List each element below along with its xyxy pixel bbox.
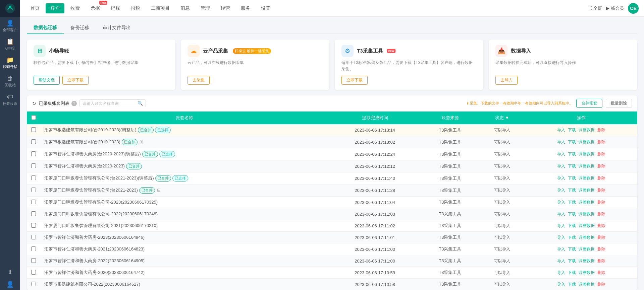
- action-调整数据[interactable]: 调整数据: [579, 188, 595, 193]
- merge-btn[interactable]: 合并账套: [576, 99, 602, 108]
- action-导入[interactable]: 导入: [557, 140, 565, 144]
- action-导入[interactable]: 导入: [557, 212, 565, 216]
- action-调整数据[interactable]: 调整数据: [579, 282, 595, 287]
- sidebar-item-account-migration[interactable]: 📁 账套迁移: [0, 54, 20, 72]
- nav-bookkeeping[interactable]: 记账: [106, 3, 125, 13]
- action-下载[interactable]: 下载: [568, 223, 576, 228]
- action-调整数据[interactable]: 调整数据: [579, 270, 595, 275]
- help-doc-button[interactable]: 帮助文档: [34, 76, 60, 85]
- row-checkbox[interactable]: [31, 246, 36, 251]
- action-导入[interactable]: 导入: [557, 176, 565, 180]
- row-extra-icon[interactable]: ⊞: [140, 139, 143, 144]
- tab-audit-export[interactable]: 审计文件导出: [96, 22, 138, 34]
- action-导入[interactable]: 导入: [557, 200, 565, 205]
- member-btn[interactable]: ▶ 畅会员: [606, 5, 624, 11]
- row-checkbox[interactable]: [31, 151, 36, 156]
- nav-tax[interactable]: 报税: [126, 3, 145, 13]
- action-删除[interactable]: 删除: [597, 152, 605, 156]
- action-导入[interactable]: 导入: [557, 128, 565, 132]
- info-icon[interactable]: ?: [71, 101, 77, 106]
- action-调整数据[interactable]: 调整数据: [579, 247, 595, 251]
- fullscreen-btn[interactable]: ⛶ 全屏: [588, 5, 602, 11]
- row-checkbox[interactable]: [31, 175, 36, 180]
- select-all-checkbox[interactable]: [31, 115, 36, 120]
- action-调整数据[interactable]: 调整数据: [579, 235, 595, 240]
- nav-clients[interactable]: 客户: [46, 3, 64, 13]
- search-input[interactable]: [83, 101, 136, 106]
- sidebar-item-recycle[interactable]: 🗑 回收站: [0, 72, 20, 90]
- nav-settings[interactable]: 设置: [256, 3, 275, 13]
- action-调整数据[interactable]: 调整数据: [579, 223, 595, 228]
- row-checkbox[interactable]: [31, 223, 36, 228]
- nav-services[interactable]: 服务: [236, 3, 255, 13]
- action-删除[interactable]: 删除: [597, 176, 605, 180]
- nav-operations[interactable]: 经营: [216, 3, 235, 13]
- action-删除[interactable]: 删除: [597, 235, 605, 240]
- row-checkbox[interactable]: [31, 127, 36, 132]
- action-下载[interactable]: 下载: [568, 140, 576, 144]
- go-collect-button[interactable]: 去采集: [187, 76, 210, 85]
- action-删除[interactable]: 删除: [597, 212, 605, 216]
- go-import-button[interactable]: 去导入: [495, 76, 518, 85]
- tab-data-migration[interactable]: 数据包迁移: [27, 22, 64, 34]
- action-下载[interactable]: 下载: [568, 176, 576, 180]
- action-调整数据[interactable]: 调整数据: [579, 176, 595, 180]
- action-删除[interactable]: 删除: [597, 188, 605, 193]
- action-调整数据[interactable]: 调整数据: [579, 212, 595, 216]
- sidebar-item-download[interactable]: ⬇: [6, 266, 14, 278]
- action-导入[interactable]: 导入: [557, 247, 565, 251]
- row-checkbox[interactable]: [31, 235, 36, 239]
- action-导入[interactable]: 导入: [557, 223, 565, 228]
- action-下载[interactable]: 下载: [568, 152, 576, 156]
- nav-business[interactable]: 工商项目: [146, 3, 174, 13]
- avatar[interactable]: CE: [628, 3, 639, 14]
- refresh-icon[interactable]: ↻: [32, 101, 36, 106]
- action-调整数据[interactable]: 调整数据: [579, 164, 595, 168]
- sidebar-item-user-settings[interactable]: 👤: [6, 278, 14, 290]
- tab-backup-migration[interactable]: 备份迁移: [64, 22, 96, 34]
- action-导入[interactable]: 导入: [557, 270, 565, 275]
- nav-fees[interactable]: 收费: [66, 3, 85, 13]
- search-icon[interactable]: 🔍: [138, 101, 143, 106]
- action-下载[interactable]: 下载: [568, 247, 576, 251]
- action-下载[interactable]: 下载: [568, 259, 576, 263]
- action-导入[interactable]: 导入: [557, 164, 565, 168]
- action-调整数据[interactable]: 调整数据: [579, 200, 595, 205]
- t3-download-button[interactable]: 立即下载: [341, 76, 368, 85]
- row-checkbox[interactable]: [31, 163, 36, 168]
- action-删除[interactable]: 删除: [597, 140, 605, 144]
- action-导入[interactable]: 导入: [557, 188, 565, 193]
- download-now-button[interactable]: 立即下载: [62, 76, 89, 85]
- action-删除[interactable]: 删除: [597, 259, 605, 263]
- action-下载[interactable]: 下载: [568, 270, 576, 275]
- action-调整数据[interactable]: 调整数据: [579, 140, 595, 144]
- row-checkbox[interactable]: [31, 282, 36, 286]
- action-调整数据[interactable]: 调整数据: [579, 259, 595, 263]
- action-下载[interactable]: 下载: [568, 128, 576, 132]
- row-extra-icon[interactable]: ⊞: [157, 188, 161, 193]
- nav-messages[interactable]: 消息: [176, 3, 195, 13]
- sidebar-item-declaration[interactable]: 📋 0申报: [0, 35, 20, 54]
- action-调整数据[interactable]: 调整数据: [579, 152, 595, 156]
- action-下载[interactable]: 下载: [568, 212, 576, 216]
- row-checkbox[interactable]: [31, 188, 36, 192]
- nav-home[interactable]: 首页: [25, 3, 44, 13]
- action-删除[interactable]: 删除: [597, 164, 605, 168]
- row-checkbox[interactable]: [31, 270, 36, 275]
- action-下载[interactable]: 下载: [568, 188, 576, 193]
- sidebar-item-all-clients[interactable]: 👤 全部客户: [0, 17, 20, 35]
- action-调整数据[interactable]: 调整数据: [579, 128, 595, 132]
- sidebar-item-tag-settings[interactable]: 🏷 标签设置: [0, 90, 20, 109]
- batch-delete-btn[interactable]: 批量删除: [606, 99, 632, 108]
- nav-management[interactable]: 管理: [196, 3, 215, 13]
- action-删除[interactable]: 删除: [597, 223, 605, 228]
- action-导入[interactable]: 导入: [557, 152, 565, 156]
- row-checkbox[interactable]: [31, 200, 36, 204]
- action-导入[interactable]: 导入: [557, 259, 565, 263]
- action-删除[interactable]: 删除: [597, 282, 605, 287]
- row-checkbox[interactable]: [31, 139, 36, 144]
- action-导入[interactable]: 导入: [557, 282, 565, 287]
- action-删除[interactable]: 删除: [597, 200, 605, 205]
- action-删除[interactable]: 删除: [597, 270, 605, 275]
- row-checkbox[interactable]: [31, 258, 36, 263]
